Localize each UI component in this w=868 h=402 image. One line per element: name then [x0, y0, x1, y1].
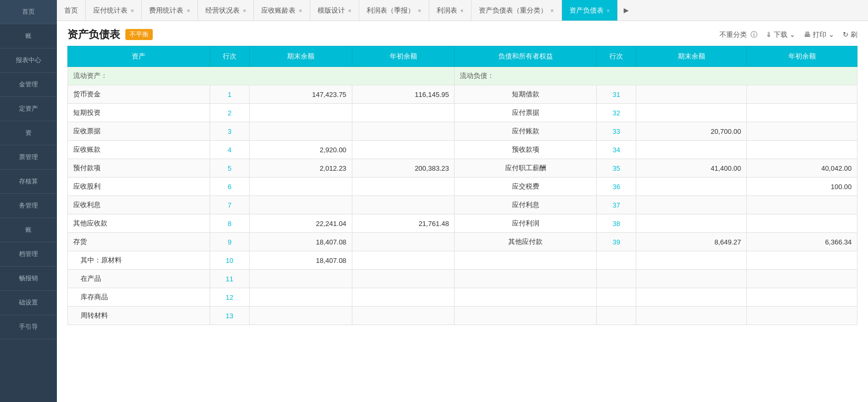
col-header-year-right: 年初余额 [747, 46, 857, 67]
cell-right-label: 短期借款 [455, 85, 597, 104]
cell-right-year [747, 104, 857, 122]
cell-left-period: 147,423.75 [249, 85, 352, 104]
close-tab-balance[interactable]: × [607, 7, 610, 14]
cell-left-label: 库存商品 [68, 288, 210, 307]
close-tab-operations[interactable]: × [243, 7, 246, 14]
cell-right-label: 应付账款 [455, 122, 597, 141]
close-tab-expense-stats[interactable]: × [186, 7, 190, 14]
cell-right-year [747, 196, 857, 214]
cell-left-period [249, 288, 352, 307]
col-header-liability: 负债和所有者权益 [455, 46, 597, 67]
table-section-header: 流动资产： 流动负债： [68, 67, 857, 85]
table-row: 应收账款 4 2,920.00 预收款项 34 [68, 141, 857, 159]
tab-balance[interactable]: 资产负债表 × [562, 0, 618, 21]
tab-profit[interactable]: 利润表 × [429, 0, 471, 21]
cell-right-label: 预收款项 [455, 141, 597, 159]
refresh-button[interactable]: ↻ 刷 [843, 30, 857, 40]
download-button[interactable]: ⇓ 下载 ⌄ [766, 30, 795, 40]
sidebar-item-capital[interactable]: 资 [0, 121, 57, 145]
table-row: 其中：原材料 10 18,407.08 [68, 251, 857, 270]
col-header-asset: 资产 [68, 46, 210, 67]
cell-left-row: 4 [210, 141, 249, 159]
tab-template-design[interactable]: 模版设计 × [310, 0, 359, 21]
sidebar-item-affairs[interactable]: 务管理 [0, 194, 57, 218]
cell-left-label: 预付款项 [68, 159, 210, 178]
cell-right-period [636, 85, 747, 104]
close-tab-profit-quarterly[interactable]: × [418, 7, 421, 14]
cell-right-label: 应付票据 [455, 104, 597, 122]
sidebar-item-ledger[interactable]: 账 [0, 218, 57, 242]
page-title-area: 资产负债表 不平衡 [67, 27, 153, 42]
cell-right-label [455, 288, 597, 307]
cell-left-row: 10 [210, 251, 249, 270]
cell-left-row: 6 [210, 178, 249, 196]
close-tab-template-design[interactable]: × [348, 7, 351, 14]
cell-left-year [352, 233, 455, 251]
sidebar-item-finance[interactable]: 金管理 [0, 73, 57, 97]
sidebar-item-inventory[interactable]: 存核算 [0, 170, 57, 194]
table-row: 应收票据 3 应付账款 33 20,700.00 [68, 122, 857, 141]
sidebar-item-assets[interactable]: 定资产 [0, 97, 57, 121]
col-header-row-right: 行次 [597, 46, 636, 67]
cell-left-row: 9 [210, 233, 249, 251]
sidebar-item-account[interactable]: 账 [0, 24, 57, 48]
close-tab-payable-stats[interactable]: × [131, 7, 134, 14]
sidebar-item-home[interactable]: 首页 [0, 0, 57, 24]
cell-left-row: 13 [210, 307, 249, 325]
sidebar-item-reports[interactable]: 报表中心 [0, 48, 57, 73]
table-row: 应收利息 7 应付利息 37 [68, 196, 857, 214]
table-row: 货币资金 1 147,423.75 116,145.95 短期借款 31 [68, 85, 857, 104]
cell-right-year: 40,042.00 [747, 159, 857, 178]
cell-left-label: 货币资金 [68, 85, 210, 104]
cell-left-label: 应收利息 [68, 196, 210, 214]
download-icon: ⇓ [766, 31, 772, 38]
cell-left-row: 8 [210, 214, 249, 233]
classify-button[interactable]: 不重分类 ⓘ [719, 30, 757, 40]
cell-left-year [352, 196, 455, 214]
col-header-period-left: 期末余额 [249, 46, 352, 67]
close-tab-receivable-aging[interactable]: × [299, 7, 302, 14]
cell-left-year [352, 122, 455, 141]
sidebar-item-tickets[interactable]: 票管理 [0, 145, 57, 170]
cell-left-label: 应收账款 [68, 141, 210, 159]
sidebar-item-guide[interactable]: 手引导 [0, 315, 57, 339]
sidebar-item-archive[interactable]: 档管理 [0, 242, 57, 267]
sidebar-item-settings[interactable]: 础设置 [0, 291, 57, 315]
sidebar-item-expense[interactable]: 畅报销 [0, 267, 57, 291]
tab-bar: 首页 应付统计表 × 费用统计表 × 经营状况表 × 应收账龄表 × 模版设计 … [57, 0, 868, 21]
cell-left-year: 200,383.23 [352, 159, 455, 178]
table-row: 其他应收款 8 22,241.04 21,761.48 应付利润 38 [68, 214, 857, 233]
tab-balance-reclassified[interactable]: 资产负债表（重分类） × [471, 0, 561, 21]
header-actions: 不重分类 ⓘ ⇓ 下载 ⌄ 🖶 打印 ⌄ ↻ 刷 [719, 30, 857, 40]
cell-right-row: 38 [597, 214, 636, 233]
tab-home[interactable]: 首页 [57, 0, 86, 21]
download-chevron-icon: ⌄ [790, 31, 795, 38]
tab-payable-stats[interactable]: 应付统计表 × [86, 0, 142, 21]
tab-profit-quarterly[interactable]: 利润表（季报） × [359, 0, 429, 21]
col-header-period-right: 期末余额 [636, 46, 747, 67]
cell-left-period [249, 122, 352, 141]
table-row: 存货 9 18,407.08 其他应付款 39 8,649.27 6,366.3… [68, 233, 857, 251]
cell-right-row: 32 [597, 104, 636, 122]
tab-receivable-aging[interactable]: 应收账龄表 × [254, 0, 310, 21]
tab-scroll-right[interactable]: ► [618, 6, 635, 15]
cell-left-period: 22,241.04 [249, 214, 352, 233]
cell-right-label: 其他应付款 [455, 233, 597, 251]
cell-left-period: 18,407.08 [249, 251, 352, 270]
cell-left-period: 2,920.00 [249, 141, 352, 159]
cell-right-label: 应付利润 [455, 214, 597, 233]
cell-left-year [352, 178, 455, 196]
cell-right-label: 应付利息 [455, 196, 597, 214]
unbalanced-badge: 不平衡 [125, 29, 153, 40]
cell-right-row: 34 [597, 141, 636, 159]
tab-expense-stats[interactable]: 费用统计表 × [142, 0, 198, 21]
cell-right-year [747, 141, 857, 159]
print-button[interactable]: 🖶 打印 ⌄ [804, 30, 834, 40]
tab-operations[interactable]: 经营状况表 × [198, 0, 254, 21]
close-tab-balance-reclassified[interactable]: × [550, 7, 554, 14]
cell-right-label: 应交税费 [455, 178, 597, 196]
cell-right-year [747, 288, 857, 307]
cell-right-period [636, 251, 747, 270]
cell-right-period [636, 307, 747, 325]
close-tab-profit[interactable]: × [460, 7, 463, 14]
